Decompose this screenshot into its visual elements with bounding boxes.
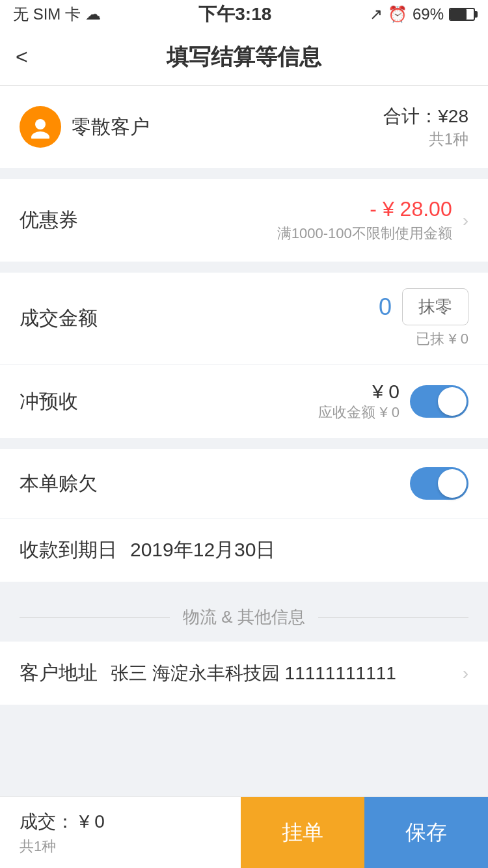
amount-right-top: 0 抹零: [379, 288, 468, 325]
address-row[interactable]: 客户地址 张三 海淀永丰科技园 11111111111 ›: [0, 642, 488, 705]
address-value: 张三 海淀永丰科技园 11111111111: [111, 661, 463, 686]
alarm-icon: ⏰: [388, 5, 407, 23]
customer-row: 零散客户 合计：¥28 共1种: [0, 86, 488, 169]
logistics-text: 物流 & 其他信息: [170, 606, 318, 629]
logistics-divider-left: [20, 617, 170, 617]
bottom-summary-sub: 共1种: [20, 837, 221, 856]
coupon-label: 优惠券: [20, 207, 78, 234]
amount-row: 成交金额 0 抹零 已抹 ¥ 0: [0, 273, 488, 365]
battery-percent: 69%: [413, 5, 444, 23]
content: 零散客户 合计：¥28 共1种 优惠券 - ¥ 28.00 满1000-100不…: [0, 86, 488, 868]
nav-bar: < 填写结算等信息: [0, 29, 488, 86]
location-icon: ↗: [370, 5, 383, 23]
amount-right-group: 0 抹零 已抹 ¥ 0: [379, 288, 468, 349]
divider-3: [0, 439, 488, 449]
svg-point-0: [35, 119, 46, 129]
save-button[interactable]: 保存: [364, 797, 488, 869]
amount-section: 成交金额 0 抹零 已抹 ¥ 0: [0, 273, 488, 365]
divider-4: [0, 582, 488, 593]
customer-left: 零散客户: [20, 106, 150, 148]
prepay-sub: 应收金额 ¥ 0: [318, 403, 400, 422]
due-date-row: 收款到期日 2019年12月30日: [0, 519, 488, 582]
logistics-divider-right: [318, 617, 468, 617]
coupon-info: - ¥ 28.00 满1000-100不限制使用金额: [277, 197, 452, 243]
address-label: 客户地址: [20, 660, 98, 686]
amount-sub: 已抹 ¥ 0: [416, 329, 468, 349]
coupon-desc: 满1000-100不限制使用金额: [277, 224, 452, 243]
toggle-thumb: [438, 387, 467, 416]
customer-name: 零散客户: [72, 114, 150, 141]
avatar: [20, 106, 61, 148]
prepay-row: 冲预收 ¥ 0 应收金额 ¥ 0: [0, 365, 488, 439]
divider-1: [0, 169, 488, 179]
battery-icon: [449, 8, 475, 21]
sim-status: 无 SIM 卡 ☁: [13, 4, 101, 25]
status-bar-time: 下午3:18: [198, 2, 271, 27]
amount-label: 成交金额: [20, 305, 98, 332]
customer-count: 共1种: [383, 129, 468, 150]
coupon-right: - ¥ 28.00 满1000-100不限制使用金额 ›: [277, 197, 468, 243]
status-bar-right: ↗ ⏰ 69%: [370, 5, 475, 23]
bottom-bar: 成交： ¥ 0 共1种 挂单 保存: [0, 796, 488, 868]
logistics-section: 物流 & 其他信息: [0, 593, 488, 642]
prepay-amount: ¥ 0: [318, 381, 400, 403]
divider-2: [0, 262, 488, 273]
customer-total: 合计：¥28: [383, 104, 468, 129]
debt-label: 本单赊欠: [20, 470, 98, 497]
due-date-value: 2019年12月30日: [130, 537, 275, 563]
address-chevron-icon: ›: [463, 663, 468, 684]
amount-value: 0: [379, 293, 392, 321]
bottom-summary-main: 成交： ¥ 0: [20, 809, 221, 834]
debt-toggle-thumb: [438, 469, 467, 498]
debt-toggle[interactable]: [410, 467, 468, 500]
prepay-toggle[interactable]: [410, 385, 468, 418]
page-title: 填写结算等信息: [167, 42, 321, 72]
hold-button[interactable]: 挂单: [241, 797, 364, 869]
prepay-label: 冲预收: [20, 388, 78, 415]
prepay-right: ¥ 0 应收金额 ¥ 0: [318, 381, 468, 422]
svg-point-1: [31, 131, 49, 139]
bottom-summary: 成交： ¥ 0 共1种: [0, 809, 241, 856]
due-date-label: 收款到期日: [20, 537, 117, 563]
chevron-right-icon: ›: [463, 210, 468, 231]
customer-right: 合计：¥28 共1种: [383, 104, 468, 150]
back-button[interactable]: <: [16, 45, 28, 69]
coupon-row[interactable]: 优惠券 - ¥ 28.00 满1000-100不限制使用金额 ›: [0, 179, 488, 262]
prepay-info: ¥ 0 应收金额 ¥ 0: [318, 381, 400, 422]
coupon-amount: - ¥ 28.00: [277, 197, 452, 221]
debt-row: 本单赊欠: [0, 449, 488, 519]
status-bar-left: 无 SIM 卡 ☁: [13, 4, 101, 25]
status-bar: 无 SIM 卡 ☁ 下午3:18 ↗ ⏰ 69%: [0, 0, 488, 29]
round-zero-button[interactable]: 抹零: [402, 288, 468, 325]
